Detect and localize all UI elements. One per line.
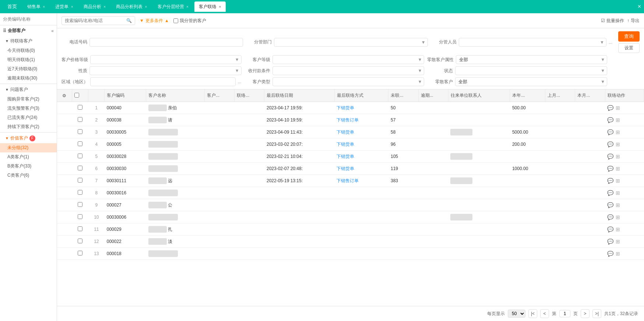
chat-icon[interactable]: 💬 [607, 226, 613, 232]
row-settings[interactable] [57, 223, 72, 236]
row-checkbox[interactable] [78, 239, 82, 243]
nav-tab-customer-contact[interactable]: 客户联络 × [194, 1, 225, 12]
chat-icon[interactable]: 💬 [607, 141, 613, 147]
row-settings[interactable] [57, 126, 72, 138]
per-page-select[interactable]: 50 [508, 310, 525, 318]
nav-tab-sales[interactable]: 销售单 × [23, 1, 49, 12]
row-checkbox[interactable] [78, 105, 82, 110]
col-this-year[interactable]: 本年... [510, 89, 545, 102]
grid-action-icon[interactable]: ⊞ [616, 202, 620, 208]
export-btn[interactable]: ↑ 导出 [627, 18, 640, 24]
sidebar-all-customers[interactable]: ⠿ 全部客户 « [0, 25, 57, 36]
row-settings[interactable] [57, 199, 72, 211]
grid-action-icon[interactable]: ⊞ [616, 251, 620, 257]
row-settings[interactable] [57, 175, 72, 187]
close-icon[interactable]: × [103, 4, 106, 9]
row-checkbox[interactable] [78, 226, 82, 231]
prev-page-btn[interactable]: < [540, 309, 549, 318]
col-overdue[interactable]: 逾期... [418, 89, 448, 102]
dept-select[interactable] [274, 38, 427, 47]
row-checkbox[interactable] [78, 154, 82, 158]
chat-icon[interactable]: 💬 [607, 202, 613, 208]
sidebar-item-a-class[interactable]: A类客户(1) [0, 152, 57, 162]
sidebar-item-tomorrow[interactable]: 明天待联络(1) [0, 55, 57, 64]
quality-select[interactable] [89, 66, 242, 75]
close-icon[interactable]: × [43, 4, 45, 9]
chat-icon[interactable]: 💬 [607, 251, 613, 257]
retail-customer-select[interactable]: 全部 [455, 77, 607, 86]
my-customers-check[interactable] [173, 18, 178, 23]
grid-action-icon[interactable]: ⊞ [616, 117, 620, 123]
row-settings[interactable] [57, 151, 72, 163]
row-checkbox[interactable] [78, 117, 82, 122]
row-settings[interactable] [57, 211, 72, 223]
col-last-contact-date[interactable]: 最后联络日期 [264, 89, 334, 102]
next-page-btn[interactable]: > [581, 309, 590, 318]
customer-grade-select[interactable] [272, 55, 425, 64]
row-checkbox[interactable] [78, 202, 82, 207]
chat-icon[interactable]: 💬 [607, 129, 613, 135]
first-page-btn[interactable]: |< [528, 309, 537, 318]
my-customers-checkbox[interactable]: 我分管的客户 [173, 18, 206, 24]
chat-icon[interactable]: 💬 [607, 117, 613, 123]
row-settings[interactable] [57, 102, 72, 114]
search-icon[interactable]: 🔍 [126, 18, 132, 23]
col-contact-person[interactable]: 往来单位联系人 [448, 89, 510, 102]
contact-method-link[interactable]: 下销货单 [337, 105, 354, 110]
col-last-month[interactable]: 上月... [545, 89, 575, 102]
sidebar-item-c-class[interactable]: C类客户(6) [0, 171, 57, 180]
close-icon-active[interactable]: × [219, 4, 221, 9]
contact-method-link[interactable]: 下销售订单 [337, 178, 359, 183]
contact-method-link[interactable]: 下销货单 [337, 154, 354, 159]
sidebar-item-churn-warning[interactable]: 流失预警客户(3) [0, 104, 57, 113]
grid-action-icon[interactable]: ⊞ [616, 226, 620, 232]
nav-tab-purchase[interactable]: 进货单 × [51, 1, 77, 12]
region-more-icon[interactable]: ... [238, 79, 242, 84]
price-grade-select[interactable] [90, 55, 242, 64]
row-settings[interactable] [57, 236, 72, 248]
window-close-icon[interactable]: × [638, 3, 641, 10]
sidebar-item-declining[interactable]: 持续下滑客户(2) [0, 122, 57, 131]
payment-select[interactable] [272, 66, 425, 75]
col-name[interactable]: 客户名称 [146, 89, 205, 102]
grid-action-icon[interactable]: ⊞ [616, 154, 620, 159]
close-icon[interactable]: × [145, 4, 147, 9]
grid-action-icon[interactable]: ⊞ [616, 129, 620, 135]
sidebar-pending-contact-header[interactable]: ▼ 待联络客户 [0, 36, 57, 46]
row-checkbox[interactable] [78, 166, 82, 170]
person-more-icon[interactable]: ... [609, 40, 612, 45]
col-type[interactable]: 客户... [205, 89, 235, 102]
person-select[interactable] [459, 38, 606, 47]
nav-tab-analysis[interactable]: 商品分析 × [79, 1, 110, 12]
reset-button[interactable]: 设置 [618, 43, 640, 53]
region-input[interactable] [90, 77, 236, 86]
page-input[interactable] [559, 310, 570, 317]
nav-tab-analysis-list[interactable]: 商品分析列表 × [112, 1, 151, 12]
col-contact[interactable]: 联络... [235, 89, 264, 102]
grid-action-icon[interactable]: ⊞ [616, 141, 620, 147]
row-checkbox[interactable] [78, 129, 82, 134]
row-checkbox[interactable] [78, 141, 82, 146]
close-icon[interactable]: × [71, 4, 73, 9]
select-all-checkbox[interactable] [74, 93, 79, 98]
grid-action-icon[interactable]: ⊞ [616, 178, 620, 184]
chat-icon[interactable]: 💬 [607, 105, 613, 111]
sidebar-value-customers-header[interactable]: ▼ 价值客户 F [0, 133, 57, 143]
status-select[interactable] [455, 66, 607, 75]
customer-type-select[interactable] [272, 77, 425, 86]
col-code[interactable]: 客户编码 [105, 89, 146, 102]
batch-op-btn[interactable]: ☑ 批量操作 [601, 18, 624, 24]
col-action[interactable]: 联络动作 [605, 89, 644, 102]
search-input[interactable] [65, 18, 125, 23]
chat-icon[interactable]: 💬 [607, 178, 613, 184]
row-checkbox[interactable] [78, 251, 82, 255]
row-checkbox[interactable] [78, 214, 82, 219]
contact-method-link[interactable]: 下销售订单 [337, 117, 359, 123]
grid-action-icon[interactable]: ⊞ [616, 105, 620, 111]
chat-icon[interactable]: 💬 [607, 214, 613, 220]
grid-action-icon[interactable]: ⊞ [616, 239, 620, 244]
sidebar-item-lost[interactable]: 已流失客户(24) [0, 113, 57, 122]
sidebar-item-7days[interactable]: 近7天待联络(0) [0, 64, 57, 74]
col-checkbox[interactable] [72, 89, 88, 102]
nav-tab-customer-tier[interactable]: 客户分层经营 × [153, 1, 193, 12]
